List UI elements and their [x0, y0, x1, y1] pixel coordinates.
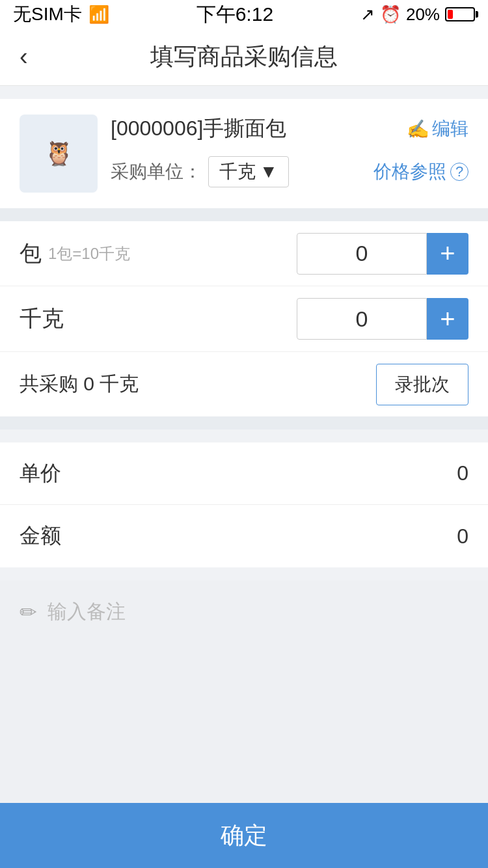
- unit-label-text: 采购单位：: [111, 159, 202, 184]
- kg-number-input[interactable]: [297, 298, 427, 340]
- edit-icon: ✍: [407, 118, 429, 140]
- page-title: 填写商品采购信息: [150, 41, 338, 73]
- bag-input-row: 包 1包=10千克 +: [0, 221, 488, 286]
- battery-percent: 20%: [406, 5, 440, 25]
- bag-number-input[interactable]: [297, 233, 427, 275]
- product-header: [0000006]手撕面包 ✍ 编辑: [111, 115, 468, 143]
- total-row: 共采购 0 千克 录批次: [0, 351, 488, 416]
- product-info: [0000006]手撕面包 ✍ 编辑 采购单位： 千克 ▼ 价格参照 ?: [111, 115, 468, 187]
- section-divider-1: [0, 208, 488, 221]
- time-label: 下午6:12: [197, 1, 273, 28]
- chevron-down-icon: ▼: [260, 161, 278, 182]
- status-left: 无SIM卡 📶: [13, 2, 109, 27]
- kg-plus-button[interactable]: +: [427, 298, 468, 340]
- price-ref-button[interactable]: 价格参照 ?: [373, 159, 468, 184]
- remark-placeholder: 输入备注: [47, 599, 126, 625]
- batch-button[interactable]: 录批次: [376, 364, 468, 405]
- nav-bar: ‹ 填写商品采购信息: [0, 29, 488, 86]
- bag-input-control: +: [297, 233, 468, 275]
- wifi-icon: 📶: [88, 5, 109, 25]
- help-icon: ?: [450, 163, 468, 181]
- bag-sublabel: 1包=10千克: [48, 243, 130, 264]
- battery-icon: [445, 7, 475, 21]
- remark-section[interactable]: ✏ 输入备注: [0, 580, 488, 644]
- pencil-icon: ✏: [20, 600, 37, 625]
- status-bar: 无SIM卡 📶 下午6:12 ↗ ⏰ 20%: [0, 0, 488, 29]
- product-unit-row: 采购单位： 千克 ▼ 价格参照 ?: [111, 156, 468, 187]
- total-label: 共采购 0 千克: [20, 371, 139, 398]
- status-right: ↗ ⏰ 20%: [360, 5, 475, 25]
- amount-label: 金额: [20, 522, 61, 550]
- product-name: [0000006]手撕面包: [111, 115, 286, 143]
- section-divider-2: [0, 416, 488, 429]
- back-button[interactable]: ‹: [20, 43, 28, 71]
- unit-price-label: 单价: [20, 459, 61, 488]
- edit-button[interactable]: ✍ 编辑: [407, 116, 468, 141]
- bag-plus-button[interactable]: +: [427, 233, 468, 275]
- confirm-button[interactable]: 确定: [0, 803, 488, 868]
- unit-price-value: 0: [457, 461, 468, 485]
- location-icon: ↗: [360, 5, 375, 25]
- product-image: 🦉: [20, 115, 98, 193]
- amount-value: 0: [457, 524, 468, 549]
- bag-label: 包: [20, 239, 42, 269]
- price-info-section: 单价 0 金额 0: [0, 442, 488, 567]
- price-ref-label: 价格参照: [373, 159, 446, 184]
- unit-value: 千克: [219, 159, 256, 184]
- unit-select[interactable]: 千克 ▼: [208, 156, 289, 187]
- alarm-icon: ⏰: [380, 5, 401, 25]
- unit-price-row: 单价 0: [0, 442, 488, 505]
- kg-label: 千克: [20, 304, 64, 334]
- kg-input-row: 千克 +: [0, 286, 488, 351]
- edit-label: 编辑: [432, 116, 468, 141]
- product-logo: 🦉: [44, 140, 74, 167]
- input-section: 包 1包=10千克 + 千克 +: [0, 221, 488, 351]
- carrier-label: 无SIM卡: [13, 2, 82, 27]
- kg-input-control: +: [297, 298, 468, 340]
- amount-row: 金额 0: [0, 505, 488, 567]
- unit-label: 采购单位： 千克 ▼: [111, 156, 289, 187]
- product-card: 🦉 [0000006]手撕面包 ✍ 编辑 采购单位： 千克 ▼ 价格参照 ?: [0, 99, 488, 208]
